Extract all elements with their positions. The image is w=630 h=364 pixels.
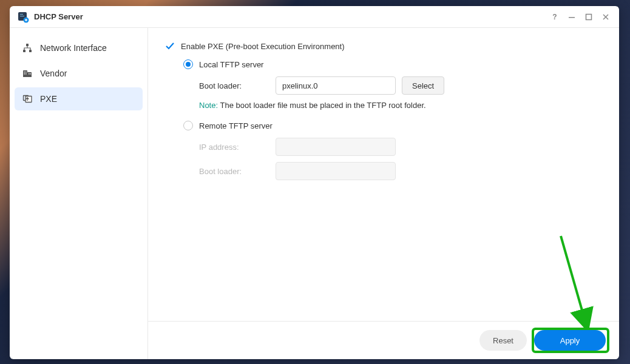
remote-bootloader-row: Boot loader: — [199, 162, 602, 180]
sidebar-item-label: Vendor — [40, 69, 67, 78]
bootloader-label: Boot loader: — [199, 81, 276, 90]
network-icon — [22, 42, 33, 53]
svg-rect-2 — [20, 16, 24, 16]
sidebar-item-label: Network Interface — [40, 43, 107, 53]
svg-rect-10 — [23, 50, 25, 52]
remote-bootloader-label: Boot loader: — [199, 167, 276, 176]
content-panel: Enable PXE (Pre-boot Execution Environme… — [148, 28, 619, 359]
enable-pxe-label: Enable PXE (Pre-boot Execution Environme… — [181, 42, 345, 51]
help-button[interactable]: ? — [546, 8, 563, 25]
local-tftp-form: Boot loader: Select Note: The boot loade… — [183, 76, 602, 110]
window-title: DHCP Server — [34, 12, 546, 21]
bootloader-note: Note: The boot loader file must be place… — [199, 101, 602, 110]
remote-tftp-radio[interactable] — [183, 121, 193, 130]
sidebar-item-label: PXE — [40, 94, 57, 104]
ip-address-row: IP address: — [199, 138, 602, 156]
enable-pxe-row: Enable PXE (Pre-boot Execution Environme… — [165, 41, 602, 51]
pxe-settings: Enable PXE (Pre-boot Execution Environme… — [148, 28, 619, 321]
note-prefix: Note: — [199, 101, 218, 110]
svg-rect-19 — [30, 73, 32, 75]
apply-button[interactable]: Apply — [534, 330, 606, 351]
svg-rect-1 — [20, 14, 23, 15]
sidebar-item-network-interface[interactable]: Network Interface — [15, 36, 143, 59]
dhcp-server-window: DHCP Server ? — [10, 6, 619, 359]
close-button[interactable] — [597, 8, 614, 25]
local-tftp-radio[interactable] — [183, 59, 193, 69]
svg-rect-13 — [27, 72, 32, 77]
remote-tftp-form: IP address: Boot loader: — [183, 138, 602, 180]
local-tftp-label: Local TFTP server — [199, 60, 263, 69]
svg-rect-15 — [25, 72, 27, 73]
sidebar: Network Interface Vendor — [10, 28, 148, 359]
footer: Reset Apply — [148, 321, 619, 359]
svg-rect-17 — [25, 73, 27, 75]
app-icon — [17, 11, 29, 23]
pxe-icon — [22, 93, 33, 104]
bootloader-input[interactable] — [276, 76, 396, 95]
svg-rect-11 — [29, 50, 32, 52]
sidebar-item-pxe[interactable]: PXE — [15, 87, 143, 110]
bootloader-row: Boot loader: Select — [199, 76, 602, 95]
local-tftp-row: Local TFTP server — [183, 59, 602, 69]
svg-rect-16 — [24, 73, 25, 75]
svg-text:?: ? — [552, 13, 557, 21]
svg-rect-14 — [24, 72, 25, 73]
ip-address-label: IP address: — [199, 143, 276, 152]
minimize-button[interactable] — [563, 8, 580, 25]
svg-rect-9 — [26, 44, 29, 46]
remote-tftp-label: Remote TFTP server — [199, 121, 273, 130]
sidebar-item-vendor[interactable]: Vendor — [15, 62, 143, 85]
window-body: Network Interface Vendor — [10, 28, 619, 359]
svg-rect-8 — [586, 14, 592, 19]
note-text: The boot loader file must be placed in t… — [218, 101, 426, 110]
svg-rect-7 — [569, 17, 575, 18]
svg-rect-18 — [29, 73, 30, 75]
remote-tftp-row: Remote TFTP server — [183, 121, 602, 130]
remote-bootloader-input — [276, 162, 396, 180]
reset-button[interactable]: Reset — [479, 330, 527, 351]
svg-rect-5 — [25, 19, 26, 21]
select-button[interactable]: Select — [402, 76, 444, 95]
enable-pxe-checkbox[interactable] — [165, 41, 175, 51]
maximize-button[interactable] — [580, 8, 597, 25]
svg-rect-12 — [23, 70, 27, 77]
tftp-radio-group: Local TFTP server Boot loader: Select No… — [165, 59, 602, 180]
titlebar: DHCP Server ? — [10, 6, 619, 28]
vendor-icon — [22, 68, 33, 79]
ip-address-input — [276, 138, 396, 156]
